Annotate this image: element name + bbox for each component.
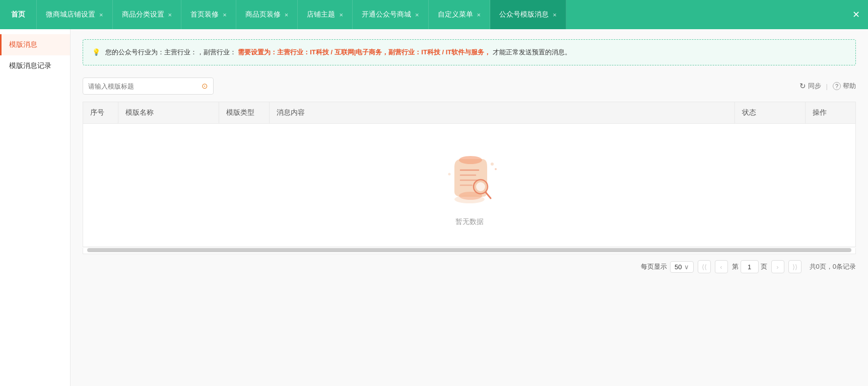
per-page-value: 50: [675, 263, 682, 271]
col-header-seq: 序号: [83, 102, 118, 124]
empty-text: 暂无数据: [455, 217, 484, 226]
close-home-decor-icon[interactable]: ×: [223, 11, 227, 19]
search-input-wrap[interactable]: ⊙: [83, 78, 214, 95]
last-page-button[interactable]: ⟩⟩: [788, 260, 802, 273]
col-header-status: 状态: [735, 102, 806, 124]
notice-prefix: 您的公众号行业为：主营行业：，副营行业：: [105, 48, 236, 56]
data-table: 序号 模版名称 模版类型 消息内容 状态 操作: [83, 102, 856, 247]
close-shop-theme-icon[interactable]: ×: [339, 11, 343, 19]
empty-state-row: 暂无数据: [83, 124, 856, 247]
empty-state: 暂无数据: [83, 124, 855, 247]
nav-tab-product-category-label: 商品分类设置: [122, 10, 164, 19]
nav-tab-shop-theme-label: 店铺主题: [307, 10, 335, 19]
help-label: 帮助: [843, 82, 856, 91]
scrollbar-thumb[interactable]: [87, 248, 851, 252]
nav-tab-custom-menu[interactable]: 自定义菜单 ×: [429, 0, 491, 29]
page-number-input[interactable]: [741, 260, 759, 273]
empty-illustration: [439, 149, 500, 209]
first-page-button[interactable]: ⟨⟨: [698, 260, 711, 273]
chevron-down-icon: ∨: [684, 263, 689, 271]
sync-button[interactable]: ↻ 同步: [799, 82, 821, 91]
svg-point-1: [459, 156, 482, 164]
close-custom-menu-icon[interactable]: ×: [477, 11, 481, 19]
next-page-button[interactable]: ›: [771, 260, 784, 273]
page-label-suffix: 页: [761, 262, 767, 271]
svg-point-8: [476, 182, 485, 191]
search-bar: ⊙ ↻ 同步 | ? 帮助: [83, 78, 856, 95]
sidebar: 模版消息 模版消息记录: [0, 29, 71, 386]
toolbar-divider: |: [826, 83, 828, 90]
sync-label: 同步: [808, 82, 821, 91]
nav-tab-shop-theme[interactable]: 店铺主题 ×: [298, 0, 353, 29]
prev-page-button[interactable]: ‹: [715, 260, 728, 273]
nav-tab-template-msg[interactable]: 公众号模版消息 ×: [490, 0, 566, 29]
content-area: 💡 您的公众号行业为：主营行业：，副营行业： 需要设置为：主营行业：IT科技 /…: [71, 29, 868, 386]
nav-tab-micro-shop[interactable]: 微商城店铺设置 ×: [37, 0, 113, 29]
nav-tab-open-mall-label: 开通公众号商城: [362, 10, 411, 19]
close-all-button[interactable]: ✕: [852, 9, 860, 20]
close-product-decor-icon[interactable]: ×: [285, 11, 289, 19]
total-info: 共0页，0条记录: [810, 262, 856, 271]
nav-tab-home-decor[interactable]: 首页装修 ×: [181, 0, 236, 29]
sync-icon: ↻: [799, 82, 806, 91]
col-header-name: 模版名称: [118, 102, 219, 124]
nav-tab-product-category[interactable]: 商品分类设置 ×: [113, 0, 182, 29]
search-icon[interactable]: ⊙: [202, 82, 208, 91]
per-page-select: 每页显示 50 ∨: [641, 261, 693, 273]
close-template-msg-icon[interactable]: ×: [553, 11, 557, 19]
help-icon: ?: [833, 82, 841, 90]
nav-tab-custom-menu-label: 自定义菜单: [438, 10, 473, 19]
close-open-mall-icon[interactable]: ×: [415, 11, 419, 19]
nav-tab-home-decor-label: 首页装修: [190, 10, 219, 19]
sidebar-item-template-message-label: 模版消息: [9, 40, 37, 48]
page-label-prefix: 第: [732, 262, 739, 271]
close-micro-shop-icon[interactable]: ×: [99, 11, 103, 19]
table-header-row: 序号 模版名称 模版类型 消息内容 状态 操作: [83, 102, 856, 124]
bulb-icon: 💡: [92, 48, 100, 56]
svg-point-11: [495, 168, 497, 170]
nav-tab-product-decor-label: 商品页装修: [245, 10, 281, 19]
nav-tab-micro-shop-label: 微商城店铺设置: [46, 10, 95, 19]
page-input-wrap: 第 页: [732, 260, 767, 273]
notice-highlight: 需要设置为：主营行业：IT科技 / 互联网|电子商务，副营行业：IT科技 / I…: [238, 48, 491, 56]
per-page-label: 每页显示: [641, 262, 667, 271]
notice-suffix: 才能正常发送预置的消息。: [493, 48, 571, 56]
empty-state-cell: 暂无数据: [83, 124, 856, 247]
help-button[interactable]: ? 帮助: [833, 82, 856, 91]
close-product-category-icon[interactable]: ×: [168, 11, 172, 19]
svg-point-10: [491, 163, 494, 166]
toolbar-right: ↻ 同步 | ? 帮助: [799, 82, 856, 91]
pagination: 每页显示 50 ∨ ⟨⟨ ‹ 第 页 › ⟩⟩ 共0页，0条记录: [83, 254, 856, 273]
nav-tab-product-decor[interactable]: 商品页装修 ×: [236, 0, 298, 29]
svg-point-12: [448, 173, 450, 176]
col-header-action: 操作: [806, 102, 856, 124]
sidebar-item-template-message[interactable]: 模版消息: [0, 34, 70, 55]
nav-tab-home[interactable]: 首页: [0, 0, 37, 29]
svg-line-9: [486, 192, 491, 198]
notice-box: 💡 您的公众号行业为：主营行业：，副营行业： 需要设置为：主营行业：IT科技 /…: [83, 39, 856, 65]
main-layout: 模版消息 模版消息记录 💡 您的公众号行业为：主营行业：，副营行业： 需要设置为…: [0, 29, 868, 386]
col-header-content: 消息内容: [270, 102, 735, 124]
sidebar-item-template-message-log[interactable]: 模版消息记录: [0, 55, 70, 76]
search-input[interactable]: [88, 83, 202, 90]
nav-tab-open-mall[interactable]: 开通公众号商城 ×: [353, 0, 429, 29]
sidebar-item-template-message-log-label: 模版消息记录: [9, 61, 51, 69]
col-header-type: 模版类型: [219, 102, 270, 124]
per-page-dropdown[interactable]: 50 ∨: [670, 261, 693, 273]
nav-tab-home-label: 首页: [11, 10, 25, 19]
nav-tab-template-msg-label: 公众号模版消息: [499, 10, 549, 19]
horizontal-scrollbar[interactable]: [83, 248, 856, 254]
top-nav: 首页 微商城店铺设置 × 商品分类设置 × 首页装修 × 商品页装修 × 店铺主…: [0, 0, 868, 29]
